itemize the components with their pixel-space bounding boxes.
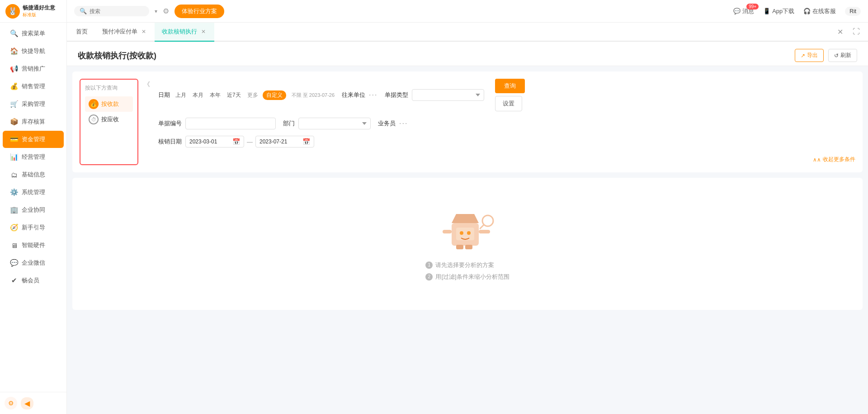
counterpart-more-icon[interactable]: ··· [369, 91, 377, 99]
refresh-btn[interactable]: ↺ 刷新 [828, 49, 857, 62]
tab-home[interactable]: 首页 [69, 23, 95, 42]
collapse-sidebar-btn[interactable]: ◀ [21, 397, 33, 409]
industry-btn[interactable]: 体验行业方案 [175, 5, 224, 18]
logo-line1: 畅捷通好生意 [23, 4, 55, 12]
sales-label: 销售管理 [22, 82, 45, 90]
empty-tips: 1 请先选择要分析的方案 2 用[过滤]条件来缩小分析范围 [425, 259, 509, 283]
sidebar-item-purchase[interactable]: 🛒 采购管理 [3, 95, 64, 113]
svg-rect-5 [443, 230, 452, 233]
filter-by-receivable[interactable]: ⏱ 按应收 [85, 112, 133, 127]
sidebar-item-inventory[interactable]: 📦 库存核算 [3, 113, 64, 130]
department-select[interactable] [298, 118, 371, 129]
business-icon: 📊 [10, 153, 18, 161]
date-last-month[interactable]: 上月 [174, 90, 188, 100]
enterprise-icon: 🏢 [10, 206, 18, 214]
sidebar-item-search[interactable]: 🔍 搜索菜单 [3, 25, 64, 42]
shortcut-label: 快捷导航 [22, 47, 45, 55]
message-icon: 💬 [733, 8, 741, 14]
query-btn[interactable]: 查询 [495, 79, 525, 93]
close-window-btn[interactable]: ✕ [834, 25, 846, 38]
settings-icon[interactable]: ⚙ [5, 397, 17, 409]
verify-start-text: 2023-03-01 [189, 138, 231, 145]
topbar-gear-icon[interactable]: ⚙ [163, 7, 169, 15]
filter-receivable-label: 按应收 [101, 115, 119, 124]
search-input[interactable] [90, 8, 144, 14]
sidebar-item-finance[interactable]: 💳 资金管理 [3, 131, 64, 148]
collapse-more-btn[interactable]: ∧∧ 收起更多条件 [158, 154, 855, 165]
verify-start-date[interactable]: 2023-03-01 📅 [185, 136, 244, 148]
empty-tip-2: 2 用[过滤]条件来缩小分析范围 [425, 271, 509, 283]
sidebar-item-shortcut[interactable]: 🏠 快捷导航 [3, 43, 64, 60]
empty-state: 1 请先选择要分析的方案 2 用[过滤]条件来缩小分析范围 [72, 178, 863, 310]
inventory-label: 库存核算 [22, 118, 45, 126]
app-icon: 📱 [763, 8, 770, 14]
staff-field: 业务员 ··· [378, 119, 408, 128]
doc-type-select[interactable] [412, 89, 484, 101]
page-header: 收款核销执行(按收款) ↗ 导出 ↺ 刷新 [67, 42, 868, 66]
counterpart-label: 往来单位 [342, 91, 365, 99]
online-service-btn[interactable]: 🎧 在线客服 [803, 7, 836, 15]
app-download-btn[interactable]: 📱 App下载 [763, 7, 794, 15]
user-menu[interactable]: Rit [845, 7, 861, 16]
shortcut-icon: 🏠 [10, 47, 18, 55]
counterpart-field: 往来单位 ··· [342, 91, 377, 99]
business-label: 经营管理 [22, 153, 45, 161]
hardware-label: 智能硬件 [22, 241, 45, 249]
verify-end-date[interactable]: 2023-07-21 📅 [255, 136, 314, 148]
sidebar-item-system[interactable]: ⚙️ 系统管理 [3, 184, 64, 201]
date-7days[interactable]: 近7天 [225, 90, 243, 100]
app-logo: 🐰 畅捷通好生意 标准版 [0, 0, 66, 23]
date-no-limit: 不限 至 2023-07-26 [292, 92, 335, 99]
search-box[interactable]: 🔍 [74, 6, 149, 16]
sidebar-item-sales[interactable]: 💰 销售管理 [3, 78, 64, 95]
svg-marker-1 [452, 214, 479, 223]
date-this-month[interactable]: 本月 [191, 90, 205, 100]
tip-num-2: 2 [425, 273, 433, 281]
guide-label: 新手引导 [22, 224, 45, 232]
logo-icon: 🐰 [5, 4, 20, 19]
system-label: 系统管理 [22, 188, 45, 196]
expand-btn[interactable]: ⛶ [850, 25, 863, 38]
filter-collection-icon: 💰 [89, 99, 99, 109]
export-btn[interactable]: ↗ 导出 [795, 49, 824, 62]
date-this-year[interactable]: 本年 [208, 90, 222, 100]
tab-collection[interactable]: 收款核销执行 ✕ [155, 23, 214, 42]
service-icon: 🎧 [803, 8, 811, 14]
finance-icon: 💳 [10, 135, 18, 143]
sidebar-item-business[interactable]: 📊 经营管理 [3, 148, 64, 166]
sidebar-item-marketing[interactable]: 📢 营销推广 [3, 60, 64, 77]
verify-date-field: 核销日期 2023-03-01 📅 — 2023-07-21 📅 [158, 136, 314, 148]
date-label: 日期 [158, 91, 170, 99]
marketing-label: 营销推广 [22, 65, 45, 73]
empty-tip-1: 1 请先选择要分析的方案 [425, 259, 509, 271]
staff-more-icon[interactable]: ··· [399, 119, 408, 128]
doc-type-label: 单据类型 [385, 91, 408, 99]
date-more[interactable]: 更多 [245, 90, 260, 100]
svg-rect-8 [465, 245, 472, 249]
tab-prepay[interactable]: 预付冲应付单 ✕ [95, 23, 155, 42]
topbar-chevron-icon[interactable]: ▾ [155, 8, 157, 14]
filter-panel: 按以下方查询 💰 按收款 ⏱ 按应收 《 日期 [72, 71, 863, 172]
sidebar-item-basic[interactable]: 🗂 基础信息 [3, 166, 64, 183]
sidebar-item-enterprise[interactable]: 🏢 企业协同 [3, 201, 64, 219]
tab-prepay-close[interactable]: ✕ [140, 28, 147, 35]
sidebar-item-wechat[interactable]: 💬 企业微信 [3, 254, 64, 271]
filter-by-collection[interactable]: 💰 按收款 [85, 96, 133, 112]
message-btn[interactable]: 💬 消息 99+ [733, 7, 754, 15]
sidebar-item-member[interactable]: ✔ 畅会员 [3, 272, 64, 289]
export-icon: ↗ [801, 52, 805, 59]
wechat-icon: 💬 [10, 259, 18, 267]
date-custom[interactable]: 自定义 [263, 90, 286, 100]
sidebar-item-hardware[interactable]: 🖥 智能硬件 [3, 237, 64, 254]
logo-line2: 标准版 [23, 12, 55, 18]
filter-collapse-btn[interactable]: 《 [144, 79, 153, 165]
tab-bar: 首页 预付冲应付单 ✕ 收款核销执行 ✕ ✕ ⛶ [67, 23, 868, 42]
sidebar-item-guide[interactable]: 🧭 新手引导 [3, 219, 64, 236]
doc-no-input[interactable] [185, 118, 276, 129]
setting-btn[interactable]: 设置 [495, 96, 522, 111]
tab-collection-close[interactable]: ✕ [200, 28, 207, 35]
page-header-actions: ↗ 导出 ↺ 刷新 [795, 49, 857, 62]
filter-type-selector: 按以下方查询 💰 按收款 ⏱ 按应收 [80, 79, 138, 165]
inventory-icon: 📦 [10, 118, 18, 126]
hardware-icon: 🖥 [10, 242, 18, 249]
